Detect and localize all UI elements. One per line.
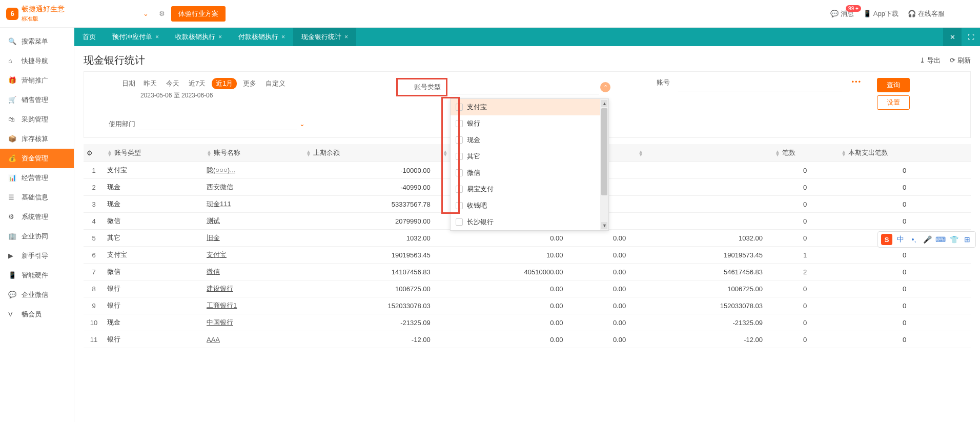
account-no-input[interactable] — [678, 78, 842, 91]
cell-type: 银行 — [104, 280, 203, 297]
sidebar-item-12[interactable]: 📱智能硬件 — [0, 266, 74, 285]
cell-prev: 1006725.00 — [303, 280, 440, 297]
dropdown-item-7[interactable]: 长沙银行 — [451, 214, 608, 230]
sidebar-item-2[interactable]: 🎁营销推广 — [0, 71, 74, 90]
checkbox[interactable] — [456, 120, 463, 127]
ime-keyboard-icon[interactable]: ⌨ — [935, 234, 946, 245]
dropdown-item-4[interactable]: 微信 — [451, 165, 608, 181]
collapse-filter-button[interactable]: ⌃ — [600, 82, 610, 92]
col-header-0[interactable]: ▲▼账号类型 — [104, 144, 203, 162]
query-button[interactable]: 查询 — [877, 78, 910, 92]
account-name-link[interactable]: 测试 — [207, 217, 220, 225]
checkbox[interactable] — [456, 136, 463, 144]
account-name-link[interactable]: 微信 — [207, 268, 220, 275]
sidebar-item-13[interactable]: 💬企业微信 — [0, 285, 74, 305]
tab-4[interactable]: 现金银行统计× — [293, 28, 356, 46]
date-opt-4[interactable]: 更多 — [240, 78, 259, 89]
more-filter-button[interactable]: ••• — [851, 78, 862, 86]
col-header-2[interactable]: ▲▼上期余额 — [303, 144, 440, 162]
account-name-link[interactable]: 工商银行1 — [207, 302, 237, 309]
cell-cnt: 0 — [772, 331, 838, 348]
ime-skin-icon[interactable]: 👕 — [949, 234, 959, 245]
col-header-6[interactable]: ▲▼笔数 — [772, 144, 838, 162]
sidebar-item-4[interactable]: 🛍采购管理 — [0, 110, 74, 129]
refresh-button[interactable]: ⟳刷新 — [950, 56, 971, 65]
account-type-input[interactable] — [451, 80, 599, 94]
ime-tools-icon[interactable]: ⊞ — [962, 234, 972, 245]
dept-input[interactable] — [138, 117, 297, 130]
ime-logo-icon[interactable]: S — [881, 234, 892, 245]
account-name-link[interactable]: 陇(○○○)... — [207, 166, 235, 174]
date-opt-3[interactable]: 近1月 — [212, 78, 237, 89]
col-header-1[interactable]: ▲▼账号名称 — [203, 144, 303, 162]
checkbox[interactable] — [456, 186, 463, 193]
cell-c5: 0.00 — [572, 297, 635, 314]
account-name-link[interactable]: 建设银行 — [207, 285, 233, 292]
close-icon[interactable]: × — [344, 33, 348, 41]
date-opt-0[interactable]: 昨天 — [140, 78, 160, 89]
gear-icon[interactable]: ⚙ — [159, 10, 165, 17]
ime-lang[interactable]: 中 — [895, 234, 906, 245]
close-icon[interactable]: × — [155, 33, 159, 41]
fullscreen-button[interactable]: ⛶ — [962, 28, 980, 46]
account-name-link[interactable]: 支付宝 — [207, 251, 227, 258]
date-opt-2[interactable]: 近7天 — [186, 78, 209, 89]
close-icon[interactable]: × — [218, 33, 222, 41]
checkbox[interactable] — [456, 153, 463, 160]
sidebar-item-1[interactable]: ⌂快捷导航 — [0, 51, 74, 71]
tab-0[interactable]: 首页 — [74, 28, 104, 46]
tab-3[interactable]: 付款核销执行× — [230, 28, 293, 46]
account-no-label: 账号 — [657, 78, 670, 87]
account-name-link[interactable]: 西安微信 — [207, 183, 233, 191]
account-name-link[interactable]: 旧金 — [207, 234, 220, 242]
sidebar-item-6[interactable]: 💰资金管理 — [0, 149, 74, 168]
sidebar-item-11[interactable]: ▶新手引导 — [0, 246, 74, 266]
sidebar-item-7[interactable]: 📊经营管理 — [0, 168, 74, 188]
settings-button[interactable]: 设置 — [877, 95, 910, 110]
messages-link[interactable]: 💬 消息 99 + — [830, 9, 854, 18]
sidebar-item-14[interactable]: V畅会员 — [0, 305, 74, 324]
checkbox[interactable] — [456, 169, 463, 176]
date-opt-5[interactable]: 自定义 — [262, 78, 289, 89]
col-header-7[interactable]: ▲▼本期支出笔数 — [838, 144, 971, 162]
sidebar-item-8[interactable]: ☰基础信息 — [0, 188, 74, 207]
chevron-down-icon[interactable]: ⌄ — [299, 120, 305, 128]
ime-punct-icon[interactable]: •, — [909, 234, 919, 245]
close-icon[interactable]: × — [281, 33, 285, 41]
sidebar-item-0[interactable]: 🔍搜索菜单 — [0, 32, 74, 51]
dropdown-item-2[interactable]: 现金 — [451, 132, 608, 148]
dropdown-item-5[interactable]: 易宝支付 — [451, 181, 608, 197]
dropdown-item-0[interactable]: 支付宝 — [451, 99, 608, 115]
sidebar-item-3[interactable]: 🛒销售管理 — [0, 90, 74, 110]
account-name-link[interactable]: 现金111 — [207, 200, 231, 208]
account-name-link[interactable]: AAA — [207, 336, 220, 344]
user-avatar[interactable] — [954, 9, 974, 18]
support-link[interactable]: 🎧 在线客服 — [908, 9, 945, 18]
close-tab-button[interactable]: ✕ — [943, 28, 962, 46]
dropdown-item-3[interactable]: 其它 — [451, 148, 608, 165]
checkbox[interactable] — [456, 104, 463, 111]
checkbox[interactable] — [456, 218, 463, 226]
checkbox[interactable] — [456, 202, 463, 209]
col-header-5[interactable]: ▲▼ — [635, 144, 772, 162]
export-button[interactable]: ⤓导出 — [920, 56, 941, 65]
tab-1[interactable]: 预付冲应付单× — [104, 28, 167, 46]
table-settings-header[interactable]: ⚙ — [84, 144, 104, 162]
dropdown-scrollbar[interactable]: ▲ ▼ — [600, 99, 608, 230]
sidebar-item-9[interactable]: ⚙系统管理 — [0, 207, 74, 227]
row-index: 6 — [84, 247, 104, 264]
scroll-thumb[interactable] — [601, 108, 607, 195]
scroll-up-icon[interactable]: ▲ — [601, 100, 607, 107]
tab-2[interactable]: 收款核销执行× — [167, 28, 230, 46]
date-opt-1[interactable]: 今天 — [163, 78, 182, 89]
company-selector[interactable]: ⌄ — [91, 7, 154, 21]
sidebar-item-5[interactable]: 📦库存核算 — [0, 129, 74, 149]
dropdown-item-1[interactable]: 银行 — [451, 115, 608, 132]
account-name-link[interactable]: 中国银行 — [207, 318, 233, 326]
app-download-link[interactable]: 📱 App下载 — [863, 9, 899, 18]
sidebar-item-10[interactable]: 🏢企业协同 — [0, 227, 74, 246]
ime-mic-icon[interactable]: 🎤 — [922, 234, 932, 245]
dropdown-item-6[interactable]: 收钱吧 — [451, 197, 608, 214]
scroll-down-icon[interactable]: ▼ — [601, 222, 607, 229]
trial-button[interactable]: 体验行业方案 — [171, 6, 226, 22]
